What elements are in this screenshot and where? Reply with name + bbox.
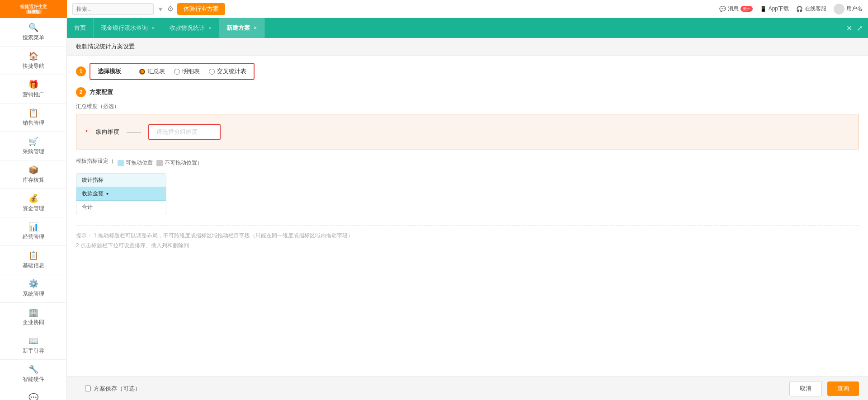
header-search-input[interactable] bbox=[72, 3, 154, 15]
sidebar-item-nav[interactable]: 🏠 快捷导航 bbox=[0, 47, 66, 75]
hint-text-2: 2.点击标题栏下拉可设置排序、插入列和删除列 bbox=[76, 241, 859, 251]
gift-icon: 🎁 bbox=[28, 80, 38, 89]
hardware-icon: 🔧 bbox=[28, 364, 38, 374]
arrow-right-icon: —— bbox=[127, 128, 141, 136]
window-close-icon[interactable]: ✕ bbox=[846, 24, 852, 33]
dimension-placeholder: 请选择分组维度 bbox=[156, 128, 198, 136]
sidebar-item-search[interactable]: 🔍 搜索菜单 bbox=[0, 18, 66, 47]
tab-collection[interactable]: 收款情况统计 × bbox=[162, 18, 219, 38]
gear-icon[interactable]: ⚙ bbox=[167, 5, 174, 13]
metrics-table: 统计指标 收款金额 ▾ 合计 bbox=[76, 173, 166, 214]
sidebar-item-enterprise[interactable]: 🏢 企业协同 bbox=[0, 303, 66, 331]
trial-button[interactable]: 体验行业方案 bbox=[177, 3, 225, 15]
radio-detail-label: 明细表 bbox=[182, 67, 200, 75]
app-logo-icon: 畅捷通好生意 bbox=[20, 4, 47, 9]
save-checkbox[interactable] bbox=[85, 386, 91, 391]
guide-icon: 📖 bbox=[28, 336, 38, 346]
sidebar-item-guide[interactable]: 📖 新手引导 bbox=[0, 331, 66, 360]
service-button[interactable]: 🎧 在线客服 bbox=[796, 5, 826, 13]
bottom-bar: 方案保存（可选） 取消 查询 bbox=[67, 376, 868, 400]
sidebar-item-basic[interactable]: 📋 基础信息 bbox=[0, 246, 66, 274]
draggable-legend: 可拖动位置 bbox=[118, 159, 153, 167]
user-menu[interactable]: 用户名 bbox=[834, 4, 863, 14]
draggable-legend-label: 可拖动位置 bbox=[126, 159, 153, 167]
dimension-row: * 纵向维度 —— 请选择分组维度 bbox=[85, 124, 221, 140]
radio-summary[interactable]: 汇总表 bbox=[139, 67, 165, 75]
radio-summary-input[interactable] bbox=[139, 69, 145, 75]
tab-newplan-label: 新建方案 bbox=[226, 24, 250, 32]
message-label: 消息 bbox=[728, 5, 739, 13]
wechat-icon: 💬 bbox=[28, 393, 38, 400]
sidebar-item-sales[interactable]: 📋 销售管理 bbox=[0, 104, 66, 132]
message-icon: 💬 bbox=[719, 6, 726, 12]
fixed-legend: 不可拖动位置） bbox=[156, 159, 203, 167]
metrics-column-label: 收款金额 bbox=[82, 190, 104, 198]
management-icon: 📊 bbox=[28, 222, 38, 232]
dimension-select-box[interactable]: 请选择分组维度 bbox=[148, 124, 221, 140]
column-dropdown-icon[interactable]: ▾ bbox=[106, 191, 108, 196]
sidebar-item-inventory[interactable]: 📦 库存核算 bbox=[0, 160, 66, 189]
download-label: App下载 bbox=[769, 5, 789, 13]
message-button[interactable]: 💬 消息 99+ bbox=[719, 5, 753, 13]
fixed-legend-dot bbox=[156, 160, 163, 166]
system-icon: ⚙️ bbox=[28, 279, 38, 289]
step1-row: 1 选择模板 汇总表 明细表 bbox=[76, 63, 859, 80]
sidebar-item-hardware[interactable]: 🔧 智能硬件 bbox=[0, 360, 66, 388]
sidebar-label-marketing: 营销推广 bbox=[23, 91, 44, 99]
edition-badge: 标准版 bbox=[26, 9, 42, 14]
save-checkbox-label: 方案保存（可选） bbox=[94, 385, 141, 393]
finance-icon: 💰 bbox=[28, 193, 38, 203]
tab-newplan-close[interactable]: × bbox=[254, 25, 257, 31]
vertical-dimension-label: 纵向维度 bbox=[96, 128, 119, 136]
breadcrumb-text: 收款情况统计方案设置 bbox=[76, 43, 135, 50]
window-maximize-icon[interactable]: ⤢ bbox=[857, 24, 863, 33]
sidebar-label-finance: 资金管理 bbox=[23, 205, 44, 212]
sidebar-item-system[interactable]: ⚙️ 系统管理 bbox=[0, 274, 66, 303]
metrics-category-label: 统计指标 bbox=[82, 176, 104, 184]
radio-detail-input[interactable] bbox=[174, 69, 180, 75]
sidebar-label-enterprise: 企业协同 bbox=[23, 319, 44, 326]
dimension-section: 汇总维度（必选） * 纵向维度 —— 请选择分组维度 bbox=[76, 103, 859, 150]
save-option[interactable]: 方案保存（可选） bbox=[85, 385, 141, 393]
metrics-column-header[interactable]: 收款金额 ▾ bbox=[76, 187, 166, 201]
sidebar-item-marketing[interactable]: 🎁 营销推广 bbox=[0, 75, 66, 104]
search-dropdown-icon[interactable]: ▼ bbox=[157, 5, 164, 13]
tab-cashflow-close[interactable]: × bbox=[151, 25, 155, 31]
dimension-section-label: 汇总维度（必选） bbox=[76, 103, 859, 110]
cancel-button[interactable]: 取消 bbox=[789, 381, 822, 396]
logo: 畅捷通好生意 标准版 bbox=[0, 0, 67, 18]
sidebar-label-system: 系统管理 bbox=[23, 290, 44, 298]
sidebar: 🔍 搜索菜单 🏠 快捷导航 🎁 营销推广 📋 销售管理 🛒 采购管理 📦 库存核… bbox=[0, 18, 67, 400]
download-button[interactable]: 📱 App下载 bbox=[760, 5, 789, 13]
tab-home-label: 首页 bbox=[74, 24, 86, 32]
required-indicator: * bbox=[85, 129, 88, 136]
sales-icon: 📋 bbox=[28, 108, 38, 118]
sidebar-label-sales: 销售管理 bbox=[23, 119, 44, 127]
sidebar-label-management: 经营管理 bbox=[23, 233, 44, 241]
tab-bar: 首页 现金银行流水查询 × 收款情况统计 × 新建方案 × ✕ ⤢ bbox=[67, 18, 868, 38]
metrics-config-label: 模板指标设定（ bbox=[76, 157, 114, 165]
sidebar-item-finance[interactable]: 💰 资金管理 bbox=[0, 189, 66, 217]
sidebar-item-wechat[interactable]: 💬 企业微信 bbox=[0, 388, 66, 400]
query-button[interactable]: 查询 bbox=[827, 381, 859, 396]
tab-collection-close[interactable]: × bbox=[208, 25, 212, 31]
tab-home[interactable]: 首页 bbox=[67, 18, 94, 38]
tab-cashflow-label: 现金银行流水查询 bbox=[101, 24, 148, 32]
sidebar-item-management[interactable]: 📊 经营管理 bbox=[0, 217, 66, 246]
inventory-icon: 📦 bbox=[28, 165, 38, 175]
tab-newplan[interactable]: 新建方案 × bbox=[219, 18, 264, 38]
radio-cross-label: 交叉统计表 bbox=[217, 67, 246, 75]
breadcrumb: 收款情况统计方案设置 bbox=[67, 38, 868, 56]
message-badge: 99+ bbox=[741, 6, 753, 12]
tab-cashflow[interactable]: 现金银行流水查询 × bbox=[94, 18, 162, 38]
radio-cross[interactable]: 交叉统计表 bbox=[209, 67, 246, 75]
sidebar-label-purchase: 采购管理 bbox=[23, 148, 44, 155]
sidebar-item-purchase[interactable]: 🛒 采购管理 bbox=[0, 132, 66, 160]
step2-row: 2 方案配置 bbox=[76, 87, 859, 97]
sidebar-label-inventory: 库存核算 bbox=[23, 176, 44, 184]
hint-text-1: 提示： 1.拖动标题栏可以调整布局，不可跨维度或指标区域拖动栏目字段（只能在同一… bbox=[76, 231, 859, 241]
sidebar-label-basic: 基础信息 bbox=[23, 262, 44, 269]
radio-detail[interactable]: 明细表 bbox=[174, 67, 200, 75]
radio-cross-input[interactable] bbox=[209, 69, 215, 75]
metrics-body: 合计 bbox=[76, 201, 166, 214]
